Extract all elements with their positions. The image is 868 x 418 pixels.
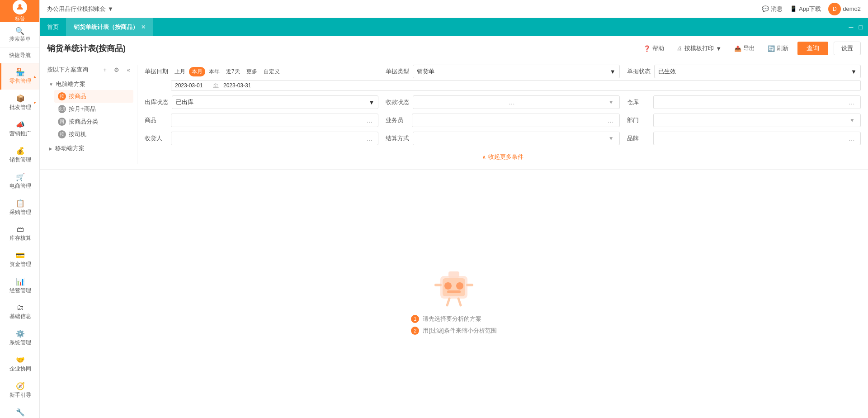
date-to-input[interactable]: [220, 81, 260, 90]
setting-btn[interactable]: 设置: [834, 42, 861, 55]
filter-doc-status: 单据状态 已生效 ▼: [627, 65, 861, 78]
receiver-dots[interactable]: …: [364, 134, 374, 143]
tree-item-by-product[interactable]: 按 按商品: [54, 90, 133, 103]
wholesale-icon: 📦: [16, 94, 25, 103]
tip-num-1: 1: [411, 315, 419, 323]
salesperson-label: 业务员: [386, 116, 408, 124]
tree-item-by-category[interactable]: 回 按商品分类: [54, 115, 133, 128]
stock-out-select[interactable]: 已出库 ▼: [172, 95, 378, 109]
pc-section-label: 电脑端方案: [56, 80, 85, 88]
help-btn[interactable]: ❓ 帮助: [640, 43, 668, 54]
doc-type-value: 销货单: [417, 67, 434, 76]
add-btn-icon: +: [103, 66, 107, 73]
tab-home[interactable]: 首页: [40, 18, 66, 36]
brand-select[interactable]: …: [653, 132, 861, 145]
payment-dots[interactable]: …: [507, 98, 517, 107]
salesperson-select[interactable]: …: [412, 114, 619, 127]
salesperson-dots[interactable]: …: [606, 116, 616, 125]
brand-dots[interactable]: …: [847, 134, 857, 143]
tab-sales-stats[interactable]: 销货单统计表（按商品） ✕: [66, 18, 153, 36]
date-filter: 上月 本月 本年 近7天 更多 自定义: [172, 67, 283, 76]
tree-item-by-cashier[interactable]: 按 按司机: [54, 128, 133, 141]
sidebar-item-guide[interactable]: 🧭 新手引导: [0, 377, 39, 404]
panel-collapse-btn[interactable]: «: [123, 65, 133, 75]
collapse-btn[interactable]: ∧ 收起更多条件: [145, 150, 861, 164]
tree-parent-mobile[interactable]: ▶ 移动端方案: [47, 142, 133, 154]
sidebar-item-purchase[interactable]: 📋 采购管理: [0, 195, 39, 221]
date-from-input[interactable]: [171, 81, 212, 90]
logo-text: 标普: [15, 15, 25, 22]
help-icon: ❓: [643, 45, 651, 52]
department-select[interactable]: ▼: [653, 114, 861, 127]
refresh-btn[interactable]: 🔄 刷新: [764, 43, 792, 54]
quick-nav[interactable]: 快捷导航: [0, 48, 39, 63]
purchase-icon: 📋: [16, 199, 25, 208]
right-filter: 单据日期 上月 本月 本年 近7天 更多 自定义: [137, 65, 861, 164]
operations-label: 经营管理: [9, 287, 31, 294]
sidebar-item-operations[interactable]: 📊 经营管理: [0, 273, 39, 299]
sidebar-item-ecommerce[interactable]: 🛒 电商管理: [0, 168, 39, 195]
panel-add-btn[interactable]: +: [100, 65, 110, 75]
header-right: 💬 消息 📱 App下载 D demo2: [762, 3, 861, 15]
sidebar-item-base[interactable]: 🗂 基础信息: [0, 299, 39, 325]
mobile-section-label: 移动端方案: [55, 144, 85, 152]
date-btn-thisyear[interactable]: 本年: [206, 67, 222, 76]
payment-method-select[interactable]: ▼: [413, 132, 619, 145]
collapse-chevron-icon: ∧: [482, 154, 486, 161]
stock-out-label: 出库状态: [145, 98, 168, 106]
filter-salesperson: 业务员 …: [386, 114, 619, 127]
sidebar-item-inventory[interactable]: 🗃 库存核算: [0, 221, 39, 247]
sidebar-item-wholesale[interactable]: 📦 批发管理: [0, 90, 39, 116]
app-logo[interactable]: 标普: [0, 0, 39, 22]
doc-type-chevron: ▼: [610, 68, 616, 75]
doc-status-select[interactable]: 已生效 ▼: [654, 65, 861, 78]
date-btn-more[interactable]: 更多: [244, 67, 260, 76]
warehouse-select[interactable]: …: [653, 95, 861, 109]
tree-item-by-month-product[interactable]: 按月 按月+商品: [54, 103, 133, 115]
sidebar-item-enterprise[interactable]: 🤝 企业协同: [0, 351, 39, 377]
sidebar-item-system[interactable]: ⚙️ 系统管理: [0, 325, 39, 351]
doc-type-select[interactable]: 销货单 ▼: [413, 65, 619, 78]
base-label: 基础信息: [9, 313, 31, 320]
industry-selector[interactable]: 办公用品行业模拟账套 ▼: [47, 5, 113, 13]
export-btn[interactable]: 📤 导出: [731, 43, 759, 54]
tree-parent-pc[interactable]: ▼ 电脑端方案: [47, 78, 133, 90]
date-btn-7days[interactable]: 近7天: [223, 67, 243, 76]
sidebar-item-sales[interactable]: 💰 销售管理: [0, 142, 39, 168]
pc-section: ▼ 电脑端方案 按 按商品 按月 按月+商品: [47, 78, 133, 141]
receiver-select[interactable]: …: [171, 132, 378, 145]
panel-title: 按以下方案查询 + ⚙ «: [47, 65, 133, 75]
tab-close-btn[interactable]: ✕: [141, 24, 146, 30]
print-dropdown-icon: ▼: [716, 45, 722, 52]
sidebar-search[interactable]: 🔍 帮助 搜索菜单: [0, 22, 39, 48]
print-btn[interactable]: 🖨 按模板打印 ▼: [673, 43, 725, 54]
sidebar-item-apps[interactable]: 🔧 应用中心: [0, 404, 39, 418]
query-btn[interactable]: 查询: [797, 42, 828, 55]
product-dots[interactable]: …: [364, 116, 374, 125]
empty-tips: 1 请先选择要分析的方案 2 用[过滤]条件来缩小分析范围: [411, 315, 496, 335]
tab-maximize-btn[interactable]: □: [857, 22, 864, 33]
date-btn-custom[interactable]: 自定义: [261, 67, 283, 76]
warehouse-dots[interactable]: …: [847, 98, 857, 107]
sidebar-item-marketing[interactable]: 📣 营销推广: [0, 116, 39, 142]
ecommerce-icon: 🛒: [16, 173, 25, 181]
message-btn[interactable]: 💬 消息: [762, 5, 783, 13]
payment-label: 收款状态: [386, 98, 409, 106]
tab-minimize-btn[interactable]: ─: [847, 22, 855, 33]
doc-type-label: 单据类型: [386, 67, 409, 76]
panel-settings-btn[interactable]: ⚙: [112, 65, 122, 75]
sidebar-item-finance[interactable]: 💳 资金管理: [0, 247, 39, 273]
filter-row-4: 收货人 … 结算方式: [145, 132, 861, 145]
purchase-label: 采购管理: [9, 209, 31, 216]
date-btn-thismonth[interactable]: 本月: [189, 67, 205, 76]
date-range-input: 至: [171, 80, 861, 91]
receiver-control: …: [171, 132, 378, 145]
collapse-btn-icon: «: [127, 66, 130, 73]
app-download-btn[interactable]: 📱 App下载: [790, 5, 821, 13]
user-avatar-btn[interactable]: D demo2: [828, 3, 861, 15]
payment-select[interactable]: … ▼: [413, 95, 619, 109]
product-select[interactable]: …: [171, 114, 378, 127]
sidebar-item-retail[interactable]: 🏪 零售管理: [0, 63, 39, 90]
by-product-icon: 按: [58, 92, 66, 100]
date-btn-lastmonth[interactable]: 上月: [172, 67, 188, 76]
